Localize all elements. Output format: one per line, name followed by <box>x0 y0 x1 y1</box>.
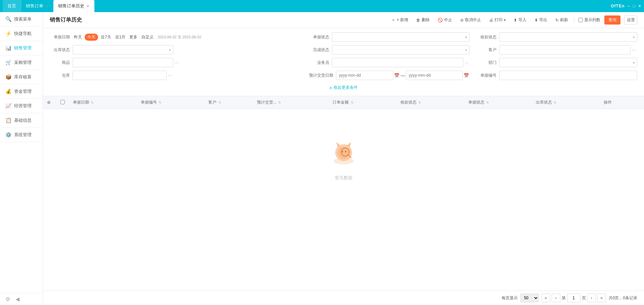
date-separator: — <box>401 73 405 78</box>
last-page-button[interactable]: » <box>597 294 606 302</box>
th-order-status[interactable]: 单据状态 ⇅ <box>464 96 532 109</box>
sidebar-item-operations[interactable]: 📈 经营管理 <box>0 99 43 113</box>
th-order-no[interactable]: 单据编号 ⇅ <box>137 96 205 109</box>
toolbar: ＋ + 新增 🗑 删除 🚫 中止 ⊘ 取消中止 🖨 打印 <box>389 15 637 25</box>
delivery-date-from-input[interactable] <box>336 71 393 80</box>
date-opt-7days[interactable]: 近7天 <box>99 34 113 41</box>
top-bar: 首页 销售订单 ✕ 销售订单历史 ✕ OfTEn ─ □ ✕ <box>0 0 644 12</box>
th-settings[interactable]: ⚙ <box>43 96 56 109</box>
window-maximize[interactable]: □ <box>633 4 635 8</box>
filter-customer: 客户 ··· <box>470 45 637 54</box>
sidebar-item-system-mgmt[interactable]: ⚙️ 系统管理 <box>0 128 43 142</box>
page-nav: « ‹ 第 页 › » <box>542 294 606 302</box>
delete-button[interactable]: 🗑 删除 <box>414 16 432 24</box>
sales-rep-ellipsis-icon[interactable]: ··· <box>463 60 470 65</box>
completion-status-select[interactable] <box>332 45 470 54</box>
new-button[interactable]: ＋ + 新增 <box>389 16 410 24</box>
display-cols-checkbox[interactable] <box>578 18 583 22</box>
sidebar-collapse-icon[interactable]: ◀ <box>15 296 19 302</box>
stop-label: 中止 <box>444 17 452 23</box>
tab-sales-order-close[interactable]: ✕ <box>45 4 48 8</box>
first-page-button[interactable]: « <box>542 294 550 302</box>
filter-order-no: 单据编号 <box>470 71 637 80</box>
display-cols-check[interactable]: 显示列数 <box>578 17 600 23</box>
prev-page-button[interactable]: ‹ <box>552 294 560 302</box>
th-delivery-status-sort-icon: ⇅ <box>554 101 556 104</box>
date-opt-yesterday[interactable]: 昨天 <box>73 34 83 41</box>
next-page-button[interactable]: › <box>587 294 596 302</box>
delivery-status-select[interactable] <box>73 45 173 54</box>
sidebar-item-finance-label: 资金管理 <box>14 88 32 94</box>
sidebar-item-base-info[interactable]: 📋 基础信息 <box>0 113 43 128</box>
select-all-checkbox[interactable] <box>60 100 65 104</box>
window-minimize[interactable]: ─ <box>627 4 630 8</box>
sidebar-item-search-menu[interactable]: 🔍 搜索菜单 <box>0 12 43 27</box>
order-no-input[interactable] <box>499 71 637 80</box>
order-status-select[interactable] <box>332 32 470 42</box>
sidebar-item-inventory[interactable]: 📦 库存核算 <box>0 70 43 84</box>
warehouse-input[interactable] <box>73 71 167 80</box>
delivery-status-select-wrap: ▾ <box>73 45 173 54</box>
empty-text: 暂无数据 <box>335 175 352 181</box>
refresh-icon: ↻ <box>555 18 559 23</box>
th-date[interactable]: 单据日期 ⇅ <box>69 96 137 109</box>
stop-button[interactable]: 🚫 中止 <box>436 16 454 24</box>
tab-sales-order[interactable]: 销售订单 ✕ <box>21 0 53 12</box>
sidebar-item-finance[interactable]: 💰 资金管理 <box>0 84 43 99</box>
print-button[interactable]: 🖨 打印 ▾ <box>487 16 508 24</box>
delivery-date-label: 预计交货日期 <box>309 73 333 78</box>
filter-delivery-status: 出库状态 ▾ <box>50 45 302 54</box>
date-opt-custom[interactable]: 自定义 <box>140 34 155 41</box>
filter-completion-status: 完成状态 ▾ <box>302 45 470 54</box>
import-button[interactable]: ⬆ 导入 <box>512 16 528 24</box>
date-chip: 昨天 今天 近7天 近1月 更多 自定义 <box>73 34 155 41</box>
date-opt-more[interactable]: 更多 <box>128 34 139 41</box>
delivery-date-to-input[interactable] <box>406 71 463 80</box>
refresh-button[interactable]: ↻ 刷新 <box>553 16 570 24</box>
dept-select[interactable] <box>499 58 637 67</box>
settings-gear-icon[interactable]: ⚙ <box>47 100 51 105</box>
filter-row-3: 商品 ··· 业务员 ··· 部门 ▾ <box>50 58 637 67</box>
th-receipt-status[interactable]: 收款状态 ⇅ <box>396 96 464 109</box>
per-page-select[interactable]: 50 10 20 100 <box>520 294 539 302</box>
tab-sales-order-history-close[interactable]: ✕ <box>86 4 89 8</box>
sidebar-item-purchase-mgmt[interactable]: 🛒 采购管理 <box>0 55 43 70</box>
th-delivery-status[interactable]: 出库状态 ⇅ <box>532 96 600 109</box>
sales-rep-input[interactable] <box>332 58 463 67</box>
calendar-from-icon[interactable]: 📅 <box>394 73 399 78</box>
th-delivery-date[interactable]: 预计交货... ⇅ <box>253 96 329 109</box>
query-label: 查询 <box>608 17 616 23</box>
data-table: ⚙ 单据日期 ⇅ 单据编号 ⇅ <box>43 96 644 109</box>
sidebar-item-quick-nav[interactable]: ⚡ 快捷导航 <box>0 27 43 41</box>
filter-date: 单据日期 昨天 今天 近7天 近1月 更多 自定义 2023-06-02 至 2… <box>50 34 302 41</box>
page-number-input[interactable] <box>567 294 581 302</box>
date-opt-today[interactable]: 今天 <box>85 34 98 41</box>
product-input[interactable] <box>73 58 173 67</box>
collapse-bar[interactable]: ∧ 收起更多条件 <box>50 83 637 92</box>
sidebar-settings-icon[interactable]: ⚙ <box>5 296 10 302</box>
filter-dept: 部门 ▾ <box>470 58 637 67</box>
date-opt-1month[interactable]: 近1月 <box>114 34 127 41</box>
receipt-status-select[interactable] <box>499 32 637 42</box>
customer-input[interactable] <box>499 45 631 54</box>
settings-button[interactable]: 设置 <box>625 15 637 25</box>
window-close[interactable]: ✕ <box>638 4 641 8</box>
tab-home-label: 首页 <box>7 3 16 9</box>
sidebar-item-search-label: 搜索菜单 <box>14 16 32 22</box>
th-amount[interactable]: 订单金额 ⇅ <box>329 96 396 109</box>
th-order-no-sort-icon: ⇅ <box>159 101 161 104</box>
th-customer[interactable]: 客户 ⇅ <box>204 96 253 109</box>
customer-ellipsis-icon[interactable]: ··· <box>631 47 637 52</box>
th-checkbox[interactable] <box>56 96 69 109</box>
export-button[interactable]: ⬇ 导出 <box>532 16 549 24</box>
page-title: 销售订单历史 <box>50 16 82 24</box>
query-button[interactable]: 查询 <box>604 15 620 25</box>
cancel-stop-button[interactable]: ⊘ 取消中止 <box>458 16 483 24</box>
page-label-suffix: 页 <box>582 295 586 301</box>
tab-home[interactable]: 首页 <box>3 0 21 12</box>
calendar-to-icon[interactable]: 📅 <box>464 73 469 78</box>
sidebar-item-sales-mgmt[interactable]: 📊 销售管理 <box>0 41 43 55</box>
product-ellipsis-icon[interactable]: ··· <box>173 60 180 65</box>
warehouse-ellipsis-icon[interactable]: ··· <box>167 73 173 78</box>
tab-sales-order-history[interactable]: 销售订单历史 ✕ <box>53 0 94 12</box>
